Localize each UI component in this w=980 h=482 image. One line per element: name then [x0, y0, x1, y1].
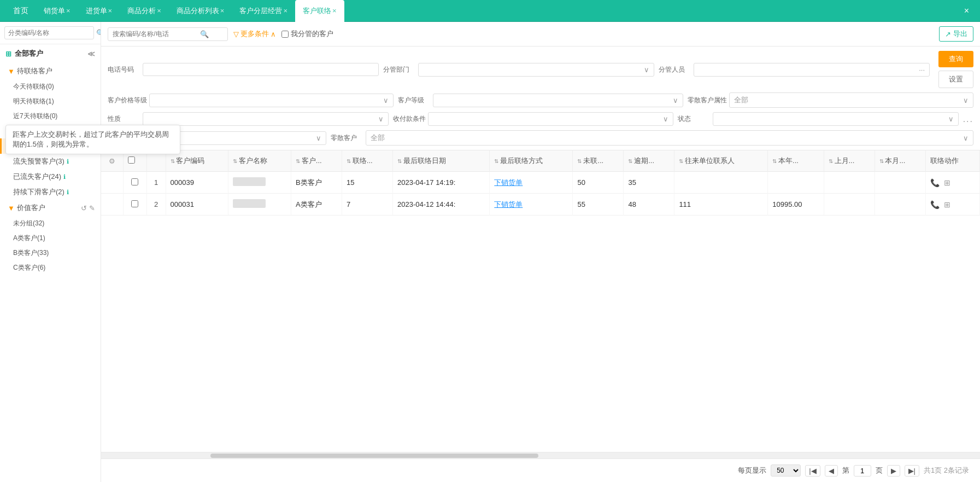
payment-select[interactable]: ∨ [428, 112, 674, 126]
customer-level-label: 客户等级 [398, 96, 431, 105]
row1-last-method[interactable]: 下销货单 [490, 172, 573, 194]
value-group-edit-icon[interactable]: ✎ [89, 204, 95, 212]
col-last-month[interactable]: 上月... [824, 150, 875, 172]
nav-purchase[interactable]: 进货单 × [78, 0, 120, 22]
nav-home[interactable]: 首页 [5, 0, 36, 22]
row2-select[interactable] [131, 200, 138, 207]
value-arrow-icon: ▼ [8, 204, 15, 212]
my-customers-toggle[interactable]: 我分管的客户 [281, 29, 333, 39]
nav-analysis-close[interactable]: × [157, 7, 161, 15]
retail-customer-select[interactable]: 全部 ∨ [366, 130, 973, 146]
last-page-btn[interactable]: ▶| [905, 465, 919, 477]
scrollbar-thumb[interactable] [210, 454, 538, 458]
per-page-select[interactable]: 50 100 200 [771, 464, 801, 477]
my-customers-checkbox[interactable] [281, 31, 289, 38]
sidebar-loss-warning[interactable]: 流失预警客户(3) ℹ [0, 154, 101, 169]
first-page-btn[interactable]: |◀ [805, 465, 820, 477]
next-page-btn[interactable]: ▶ [887, 465, 900, 477]
sidebar-collapse-btn[interactable]: ≪ [87, 50, 95, 58]
col-this-year[interactable]: 本年... [768, 150, 824, 172]
lost-customers-info-icon: ℹ [63, 173, 66, 181]
col-name[interactable]: 客户名称 [228, 150, 291, 172]
gender-field: 性质 ∨ [108, 112, 389, 126]
more-filter-dots[interactable]: ... [963, 114, 973, 124]
row1-num: 1 [146, 172, 166, 194]
query-button[interactable]: 查询 [938, 51, 973, 67]
row1-grid-icon[interactable]: ⊞ [944, 178, 950, 187]
export-icon: ↗ [945, 30, 951, 38]
nav-customer-tier[interactable]: 客户分层经营 × [232, 0, 295, 22]
horizontal-scrollbar[interactable] [101, 452, 980, 458]
top-nav: 首页 销货单 × 进货单 × 商品分析 × 商品分析列表 × 客户分层经营 × … [0, 0, 980, 22]
gender-select[interactable]: ∨ [143, 112, 389, 126]
sidebar-a-class[interactable]: A类客户(1) [0, 231, 101, 246]
col-overdue[interactable]: 逾期... [624, 150, 674, 172]
total-info: 共1页 2条记录 [924, 466, 969, 475]
filter-row-4: 客户类型 ∨ 零散客户 全部 ∨ [108, 130, 973, 146]
col-not-contacted[interactable]: 未联... [573, 150, 624, 172]
customer-level-chevron: ∨ [673, 96, 678, 104]
row2-last-month [824, 194, 875, 216]
retail-attr-select[interactable]: 全部 ∨ [729, 92, 973, 108]
sidebar-7day-pending[interactable]: 近7天待联络(0) [0, 109, 101, 124]
search-icon[interactable]: 🔍 [200, 30, 209, 38]
price-level-field: 客户价格等级 ∨ [108, 94, 394, 107]
status-label: 状态 [678, 114, 711, 124]
phone-input[interactable] [143, 63, 379, 76]
filter-icon: ▽ [233, 30, 239, 38]
customer-level-select[interactable]: ∨ [433, 94, 684, 107]
sidebar-ungrouped[interactable]: 未分组(32) [0, 216, 101, 231]
dept-select[interactable]: ∨ [418, 63, 654, 77]
row1-name [228, 172, 291, 194]
manager-select[interactable]: ··· [694, 63, 930, 77]
tooltip-text: 距客户上次交易时长，超过了此客户的平均交易周期的1.5倍，则视为异常。 [13, 130, 169, 148]
row1-phone-icon[interactable]: 📞 [930, 178, 940, 187]
row1-select[interactable] [131, 178, 138, 185]
nav-sales-close[interactable]: × [66, 7, 71, 15]
col-last-date[interactable]: 最后联络日期 [393, 150, 490, 172]
search-input[interactable] [113, 30, 200, 38]
more-conditions-btn[interactable]: ▽ 更多条件 ∧ [233, 29, 276, 39]
status-select[interactable]: ∨ [713, 112, 959, 126]
payment-field: 收付款条件 ∨ [393, 112, 674, 126]
sidebar-tomorrow-pending[interactable]: 明天待联络(1) [0, 94, 101, 109]
sidebar-lost-customers[interactable]: 已流失客户(24) ℹ [0, 169, 101, 184]
price-level-select[interactable]: ∨ [149, 94, 394, 107]
nav-customer-contact[interactable]: 客户联络 × [295, 0, 344, 22]
sidebar-today-pending[interactable]: 今天待联络(0) [0, 79, 101, 94]
nav-customer-contact-close[interactable]: × [332, 7, 337, 15]
sidebar-search-icon[interactable]: 🔍 [96, 29, 101, 37]
prev-page-btn[interactable]: ◀ [825, 465, 838, 477]
col-unit-contact[interactable]: 往来单位联系人 [674, 150, 768, 172]
loss-warning-info-icon: ℹ [67, 158, 69, 165]
sidebar-pending-group[interactable]: ▼ 待联络客户 [0, 63, 101, 79]
nav-analysis-list-close[interactable]: × [220, 7, 225, 15]
window-close-btn[interactable]: × [959, 6, 975, 16]
select-all-checkbox[interactable] [128, 156, 135, 164]
col-contact[interactable]: 联络... [342, 150, 393, 172]
page-number-input[interactable] [854, 465, 871, 477]
sidebar-search-input[interactable] [4, 26, 94, 39]
row2-num: 2 [146, 194, 166, 216]
sidebar-declining-customers[interactable]: 持续下滑客户(2) ℹ [0, 184, 101, 200]
nav-customer-tier-close[interactable]: × [283, 7, 287, 15]
nav-analysis-list[interactable]: 商品分析列表 × [169, 0, 232, 22]
row2-last-method[interactable]: 下销货单 [490, 194, 573, 216]
sidebar-value-group[interactable]: ▼ 价值客户 ↺ ✎ [0, 200, 101, 216]
col-type[interactable]: 客户... [291, 150, 342, 172]
value-group-refresh-icon[interactable]: ↺ [81, 204, 87, 212]
sidebar-c-class[interactable]: C类客户(6) [0, 260, 101, 275]
phone-field: 电话号码 [108, 63, 379, 76]
export-button[interactable]: ↗ 导出 [939, 26, 973, 42]
row2-grid-icon[interactable]: ⊞ [944, 200, 950, 209]
nav-analysis[interactable]: 商品分析 × [120, 0, 169, 22]
sidebar-all-customers[interactable]: ⊞ 全部客户 ≪ [0, 44, 101, 63]
row1-this-year [768, 172, 824, 194]
row2-phone-icon[interactable]: 📞 [930, 200, 940, 209]
col-this-month[interactable]: 本月... [875, 150, 925, 172]
nav-purchase-close[interactable]: × [108, 7, 113, 15]
col-last-method[interactable]: 最后联络方式 [490, 150, 573, 172]
nav-sales[interactable]: 销货单 × [36, 0, 78, 22]
sidebar-b-class[interactable]: B类客户(33) [0, 246, 101, 260]
settings-button[interactable]: 设置 [938, 71, 973, 88]
